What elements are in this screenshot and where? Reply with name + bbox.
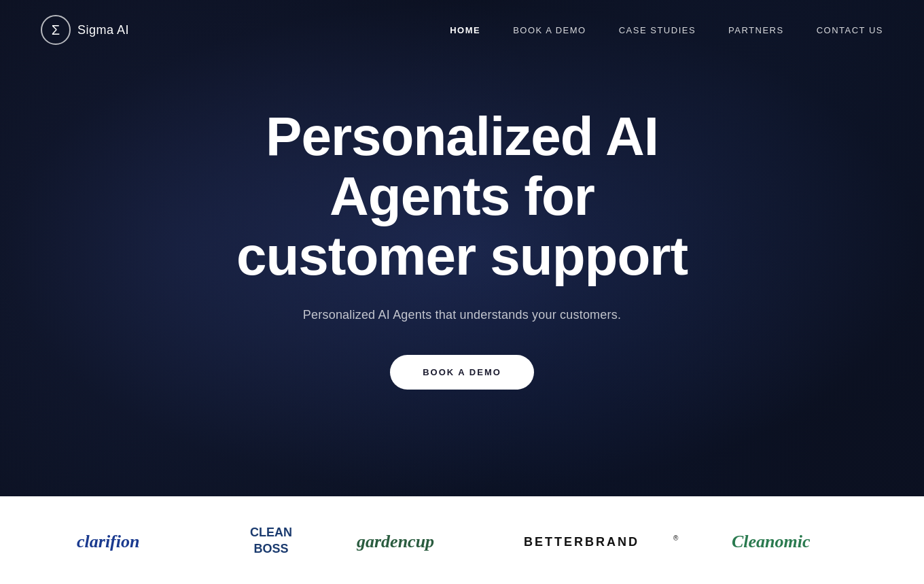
clarifion-logo-svg: clarifion [77, 527, 185, 554]
hero-title: Personalized AI Agents for customer supp… [183, 107, 741, 286]
hero-cta-button[interactable]: BOOK A DEMO [390, 355, 534, 390]
cleanomic-logo-svg: Cleanomic [732, 526, 847, 555]
nav-item-contact-us[interactable]: CONTACT US [817, 25, 883, 35]
svg-text:CLEAN: CLEAN [250, 526, 292, 539]
cleanboss-logo-svg: CLEAN BOSS [230, 521, 312, 559]
partners-section: clarifion CLEAN BOSS gardencup BETTERBRA… [0, 496, 924, 584]
svg-text:BETTERBRAND: BETTERBRAND [524, 535, 639, 549]
logo-text: Sigma AI [77, 23, 129, 37]
svg-text:Cleanomic: Cleanomic [732, 532, 811, 551]
svg-text:clarifion: clarifion [77, 532, 139, 551]
hero-subtitle: Personalized AI Agents that understands … [183, 308, 741, 322]
hero-section: Personalized AI Agents for customer supp… [0, 0, 924, 496]
logo-icon: Σ [41, 15, 71, 45]
svg-text:BOSS: BOSS [253, 542, 288, 555]
betterbrand-logo-svg: BETTERBRAND ® [524, 527, 687, 554]
header: Σ Sigma AI HOME BOOK A DEMO CASE STUDIES… [0, 0, 924, 60]
nav-item-book-demo[interactable]: BOOK A DEMO [513, 25, 586, 35]
nav-item-home[interactable]: HOME [450, 25, 480, 35]
gardencup-logo-svg: gardencup [357, 526, 479, 555]
nav-item-case-studies[interactable]: CASE STUDIES [619, 25, 696, 35]
svg-text:gardencup: gardencup [357, 532, 434, 551]
partner-cleanboss: CLEAN BOSS [230, 521, 312, 559]
main-nav: HOME BOOK A DEMO CASE STUDIES PARTNERS C… [450, 25, 883, 35]
partner-clarifion: clarifion [77, 527, 185, 554]
hero-content: Personalized AI Agents for customer supp… [156, 107, 768, 390]
partner-betterbrand: BETTERBRAND ® [524, 527, 687, 554]
logo[interactable]: Σ Sigma AI [41, 15, 129, 45]
partner-gardencup: gardencup [357, 526, 479, 555]
partner-cleanomic: Cleanomic [732, 526, 847, 555]
svg-text:®: ® [673, 534, 679, 542]
nav-item-partners[interactable]: PARTNERS [728, 25, 784, 35]
